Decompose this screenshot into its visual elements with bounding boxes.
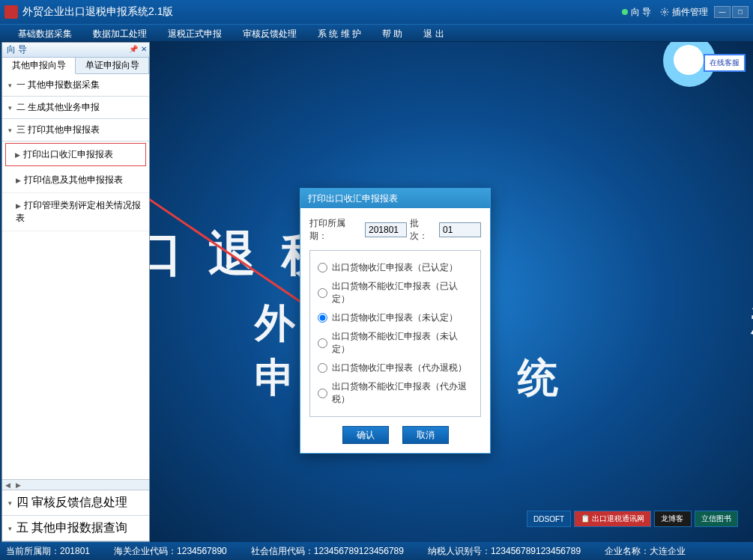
plugin-manage-link[interactable]: 插件管理: [660, 6, 708, 19]
arrow-right-icon: ▶: [15, 151, 20, 159]
badge-export-tax-net[interactable]: 📋 出口退税通讯网: [574, 511, 651, 527]
minimize-button[interactable]: —: [714, 6, 731, 18]
nav-panel-header: 向 导 📌 ✕: [2, 43, 149, 58]
chevron-down-icon: ▾: [8, 82, 12, 89]
menu-item[interactable]: 基础数据采集: [7, 25, 82, 41]
arrow-right-icon: ▶: [16, 177, 21, 184]
dialog-title: 打印出口收汇申报报表: [300, 189, 490, 208]
batch-input[interactable]: [439, 222, 481, 237]
tab-other-declare[interactable]: 其他申报向导: [2, 58, 76, 74]
nav-section-2[interactable]: ▾二 生成其他业务申报: [2, 97, 149, 119]
ok-button[interactable]: 确认: [342, 426, 389, 444]
chevron-down-icon: ▾: [8, 525, 12, 532]
menu-item[interactable]: 退 出: [413, 25, 454, 41]
radio-option-2[interactable]: 出口货物收汇申报表（未认定）: [318, 308, 473, 327]
radio-option-5[interactable]: 出口货物不能收汇申报表（代办退税）: [318, 377, 473, 409]
status-tax: 纳税人识别号：123456789123456789: [428, 545, 581, 558]
app-title: 外贸企业出口退税申报系统2.1版: [22, 5, 173, 19]
nav-panel-title: 向 导: [7, 43, 27, 56]
arrow-right-icon: ▶: [16, 202, 21, 210]
menu-item[interactable]: 系 统 维 护: [307, 25, 372, 41]
status-social: 社会信用代码：123456789123456789: [251, 545, 404, 558]
mascot-label: 在线客服: [704, 54, 746, 72]
radio-option-0[interactable]: 出口货物收汇申报表（已认定）: [318, 258, 473, 277]
nav-scroll-buttons: ◀ ▶: [2, 479, 149, 490]
nav-panel: 向 导 📌 ✕ 其他申报向导 单证申报向导 ▾一 其他申报数据采集 ▾二 生成其…: [1, 42, 150, 542]
nav-sub-print-export-receipt[interactable]: ▶打印出口收汇申报报表: [5, 143, 146, 166]
menubar: 基础数据采集 数据加工处理 退税正式申报 审核反馈处理 系 统 维 护 帮 助 …: [0, 24, 753, 42]
tab-doc-declare[interactable]: 单证申报向导: [76, 58, 149, 73]
badge-lixin-books[interactable]: 立信图书: [695, 511, 738, 527]
nav-section-1[interactable]: ▾一 其他申报数据采集: [2, 74, 149, 97]
scroll-left-icon[interactable]: ◀: [2, 481, 13, 489]
chevron-down-icon: ▾: [8, 499, 12, 507]
batch-label: 批次：: [410, 217, 436, 243]
scroll-right-icon[interactable]: ▶: [13, 481, 23, 489]
nav-section-5[interactable]: ▾五 其他申报数据查询: [2, 516, 149, 541]
nav-section-4[interactable]: ▾四 审核反馈信息处理: [2, 490, 149, 516]
chevron-down-icon: ▾: [8, 127, 12, 134]
guide-link[interactable]: 向 导: [622, 6, 651, 19]
menu-item[interactable]: 退税正式申报: [157, 25, 232, 41]
nav-sub-print-mgmt[interactable]: ▶打印管理类别评定相关情况报表: [2, 193, 149, 231]
menu-item[interactable]: 审核反馈处理: [232, 25, 307, 41]
radio-group: 出口货物收汇申报表（已认定） 出口货物不能收汇申报表（已认定） 出口货物收汇申报…: [309, 250, 481, 417]
menu-item[interactable]: 帮 助: [372, 25, 413, 41]
statusbar: 当前所属期：201801 海关企业代码：1234567890 社会信用代码：12…: [0, 542, 753, 560]
mascot[interactable]: 在线客服: [663, 42, 746, 102]
radio-option-4[interactable]: 出口货物收汇申报表（代办退税）: [318, 359, 473, 377]
nav-tabs: 其他申报向导 单证申报向导: [2, 58, 149, 74]
nav-section-3[interactable]: ▾三 打印其他申报报表: [2, 119, 149, 141]
radio-option-1[interactable]: 出口货物不能收汇申报表（已认定）: [318, 277, 473, 308]
status-period: 当前所属期：201801: [6, 545, 90, 558]
nav-sub-print-info[interactable]: ▶打印信息及其他申报报表: [2, 168, 149, 193]
radio-option-3[interactable]: 出口货物不能收汇申报表（未认定）: [318, 327, 473, 359]
gear-icon: [660, 7, 669, 16]
titlebar: 外贸企业出口退税申报系统2.1版 向 导 插件管理 — □: [0, 0, 753, 24]
close-icon[interactable]: ✕: [139, 45, 149, 55]
app-icon: [4, 5, 18, 19]
maximize-button[interactable]: □: [732, 6, 749, 18]
status-company: 企业名称：大连企业: [605, 545, 686, 558]
pin-icon[interactable]: 📌: [128, 45, 139, 55]
menu-item[interactable]: 数据加工处理: [82, 25, 157, 41]
main-content: 口 退 税 管 外 税 申 报 系 统 在线客服 打印出口收汇申报报表 打印所属…: [150, 42, 753, 542]
status-dot-icon: [622, 9, 628, 15]
badge-longboke[interactable]: 龙博客: [654, 511, 692, 527]
svg-point-0: [664, 11, 666, 13]
period-input[interactable]: [365, 222, 407, 237]
period-label: 打印所属期：: [309, 217, 362, 243]
footer-badges: DDSOFT 📋 出口退税通讯网 龙博客 立信图书: [527, 511, 738, 527]
chevron-down-icon: ▾: [8, 104, 12, 112]
status-customs: 海关企业代码：1234567890: [114, 545, 227, 558]
badge-ddsoft[interactable]: DDSOFT: [527, 511, 571, 527]
cancel-button[interactable]: 取消: [402, 426, 449, 444]
print-dialog: 打印出口收汇申报报表 打印所属期： 批次： 出口货物收汇申报表（已认定） 出口货…: [300, 188, 491, 454]
